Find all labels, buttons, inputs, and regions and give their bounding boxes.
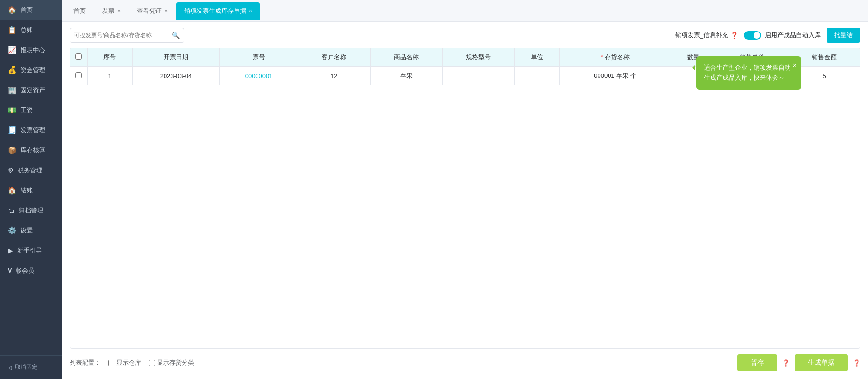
search-icon: 🔍 bbox=[172, 32, 180, 39]
bottom-left: 列表配置： 显示仓库 显示存货分类 bbox=[70, 358, 194, 367]
tab-home[interactable]: 首页 bbox=[66, 2, 93, 20]
select-all-checkbox[interactable] bbox=[75, 53, 82, 60]
unpin-label: 取消固定 bbox=[15, 363, 38, 371]
sidebar-item-ledger[interactable]: 📋 总账 bbox=[0, 20, 62, 40]
tab-bar: 首页 发票 × 查看凭证 × 销项发票生成库存单据 × bbox=[62, 0, 868, 22]
show-warehouse-text: 显示仓库 bbox=[116, 358, 141, 367]
toolbar-left: 🔍 bbox=[70, 28, 184, 43]
salary-icon: 💵 bbox=[8, 106, 17, 115]
auto-warehouse-toggle[interactable] bbox=[744, 31, 761, 40]
unpin-icon: ◁ bbox=[8, 364, 12, 371]
ledger-icon: 📋 bbox=[8, 26, 17, 34]
tax-icon: ⚙ bbox=[8, 166, 14, 175]
home-icon: 🏠 bbox=[8, 6, 17, 14]
sidebar-item-label: 发票管理 bbox=[21, 126, 45, 135]
sidebar-item-fixed-assets[interactable]: 🏢 固定资产 bbox=[0, 80, 62, 100]
sidebar-item-label: 畅会员 bbox=[16, 266, 34, 275]
sidebar-item-checkout[interactable]: 🏠 结账 bbox=[0, 180, 62, 200]
sidebar-item-report[interactable]: 📈 报表中心 bbox=[0, 40, 62, 60]
tab-invoice-close[interactable]: × bbox=[117, 8, 121, 14]
invoice-icon: 🧾 bbox=[8, 126, 17, 135]
tab-voucher-close[interactable]: × bbox=[165, 8, 168, 14]
report-icon: 📈 bbox=[8, 46, 17, 54]
sidebar-item-label: 结账 bbox=[21, 186, 33, 195]
checkout-icon: 🏠 bbox=[8, 186, 17, 195]
tooltip-close-button[interactable]: × bbox=[793, 60, 796, 71]
fund-icon: 💰 bbox=[8, 66, 17, 74]
search-input[interactable] bbox=[74, 32, 169, 39]
show-inventory-category-checkbox[interactable] bbox=[149, 360, 155, 366]
config-label: 列表配置： bbox=[70, 358, 101, 367]
col-date: 开票日期 bbox=[132, 48, 219, 67]
sidebar-item-tax[interactable]: ⚙ 税务管理 bbox=[0, 160, 62, 180]
sidebar-item-salary[interactable]: 💵 工资 bbox=[0, 100, 62, 120]
col-customer: 客户名称 bbox=[298, 48, 370, 67]
col-ticket-no: 票号 bbox=[220, 48, 298, 67]
row-checkbox[interactable] bbox=[75, 72, 82, 78]
sidebar-item-label: 工资 bbox=[21, 106, 33, 115]
show-inventory-category-text: 显示存货分类 bbox=[157, 358, 194, 367]
show-warehouse-checkbox[interactable] bbox=[108, 360, 114, 366]
search-box: 🔍 bbox=[70, 28, 184, 43]
sidebar-item-archive[interactable]: 🗂 归档管理 bbox=[0, 200, 62, 221]
sidebar-item-home[interactable]: 🏠 首页 bbox=[0, 0, 62, 20]
sidebar-item-label: 资金管理 bbox=[21, 66, 45, 74]
membership-icon: V bbox=[8, 267, 12, 274]
ticket-no-link[interactable]: 00000001 bbox=[245, 73, 273, 80]
generate-button[interactable]: 生成单据 bbox=[795, 354, 848, 371]
sidebar-item-label: 库存核算 bbox=[21, 146, 45, 155]
sidebar-bottom: ◁ 取消固定 bbox=[0, 355, 62, 379]
sidebar-item-label: 首页 bbox=[21, 6, 33, 14]
sidebar-item-label: 归档管理 bbox=[19, 206, 43, 215]
unpin-button[interactable]: ◁ 取消固定 bbox=[0, 359, 62, 375]
show-inventory-category-label[interactable]: 显示存货分类 bbox=[149, 358, 194, 367]
col-product: 商品名称 bbox=[370, 48, 442, 67]
sidebar-item-label: 新手引导 bbox=[17, 246, 42, 255]
sidebar-item-settings[interactable]: ⚙️ 设置 bbox=[0, 221, 62, 241]
info-help-icon[interactable]: ❓ bbox=[730, 32, 738, 39]
sidebar-item-membership[interactable]: V 畅会员 bbox=[0, 261, 62, 281]
tutorial-icon: ▶ bbox=[8, 246, 13, 255]
fixed-assets-icon: 🏢 bbox=[8, 86, 17, 95]
tab-voucher[interactable]: 查看凭证 × bbox=[129, 2, 176, 20]
toggle-label: 启用产成品自动入库 bbox=[765, 31, 821, 40]
sidebar-item-inventory[interactable]: 📦 库存核算 bbox=[0, 140, 62, 160]
col-unit: 单位 bbox=[515, 48, 559, 67]
inventory-icon: 📦 bbox=[8, 146, 17, 155]
bottom-bar: 列表配置： 显示仓库 显示存货分类 暂存 ❓ 生成单据 ❓ bbox=[70, 349, 860, 373]
row-ticket-no[interactable]: 00000001 bbox=[220, 67, 298, 85]
sidebar-item-label: 税务管理 bbox=[18, 166, 42, 175]
tooltip-text: 适合生产型企业，销项发票自动生成产成品入库，快来体验～ bbox=[704, 64, 791, 81]
tab-inventory-slip[interactable]: 销项发票生成库存单据 × bbox=[176, 2, 260, 20]
row-product: 苹果 bbox=[370, 67, 442, 85]
tab-home-label: 首页 bbox=[73, 7, 86, 15]
row-unit bbox=[515, 67, 559, 85]
batch-button[interactable]: 批量结 bbox=[827, 28, 860, 43]
sidebar: 🏠 首页 📋 总账 📈 报表中心 💰 资金管理 🏢 固定资产 💵 工资 🧾 发票… bbox=[0, 0, 62, 379]
tab-inventory-slip-close[interactable]: × bbox=[249, 8, 252, 14]
toolbar: 🔍 销项发票_信息补充 ❓ 启用产成品自动入库 批量结 bbox=[70, 28, 860, 43]
archive-icon: 🗂 bbox=[8, 207, 15, 215]
sidebar-item-label: 总账 bbox=[21, 26, 33, 34]
row-seq: 1 bbox=[87, 67, 132, 85]
sidebar-item-label: 报表中心 bbox=[21, 46, 45, 54]
row-spec bbox=[442, 67, 514, 85]
show-warehouse-label[interactable]: 显示仓库 bbox=[108, 358, 141, 367]
tooltip-box: × 适合生产型企业，销项发票自动生成产成品入库，快来体验～ bbox=[696, 56, 801, 90]
sidebar-item-label: 固定资产 bbox=[21, 86, 45, 95]
sidebar-item-tutorial[interactable]: ▶ 新手引导 bbox=[0, 241, 62, 261]
tab-invoice[interactable]: 发票 × bbox=[94, 2, 128, 20]
info-label-text: 销项发票_信息补充 bbox=[675, 31, 728, 40]
generate-help-icon[interactable]: ❓ bbox=[853, 359, 860, 367]
col-seq: 序号 bbox=[87, 48, 132, 67]
table-wrapper: 序号 开票日期 票号 客户名称 商品名称 规格型号 单位 * 存货名称 数量 销… bbox=[70, 48, 860, 349]
save-button[interactable]: 暂存 bbox=[737, 354, 777, 371]
col-inventory: * 存货名称 bbox=[559, 48, 671, 67]
row-customer: 12 bbox=[298, 67, 370, 85]
tab-inventory-slip-label: 销项发票生成库存单据 bbox=[184, 7, 246, 15]
sidebar-item-fund[interactable]: 💰 资金管理 bbox=[0, 60, 62, 80]
sidebar-item-invoice[interactable]: 🧾 发票管理 bbox=[0, 120, 62, 140]
save-help-icon[interactable]: ❓ bbox=[782, 359, 790, 367]
col-checkbox bbox=[70, 48, 87, 67]
bottom-right: 暂存 ❓ 生成单据 ❓ bbox=[737, 354, 860, 371]
